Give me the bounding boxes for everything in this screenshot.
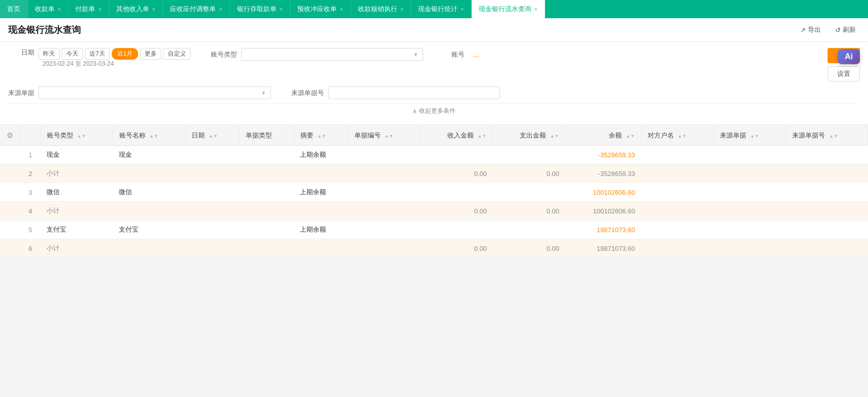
col-account-type[interactable]: 账号类型 ▲▼ bbox=[40, 126, 113, 146]
nav-prepaid-close[interactable]: × bbox=[340, 6, 343, 12]
nav-flow-query[interactable]: 现金银行流水查询 × bbox=[472, 0, 545, 18]
nav-bank-deposit[interactable]: 银行存取款单 × bbox=[230, 0, 290, 18]
table-row: 6小计0.000.0019871073.60 bbox=[0, 239, 868, 258]
nav-bank-deposit-close[interactable]: × bbox=[280, 6, 283, 12]
table-row: 1现金现金上期余额-3528659.33 bbox=[0, 146, 868, 164]
col-date[interactable]: 日期 ▲▼ bbox=[186, 126, 240, 146]
nav-adjustment-label: 应收应付调整单 bbox=[170, 5, 216, 14]
col-doc-type: 单据类型 bbox=[240, 126, 294, 146]
date-7days[interactable]: 近7天 bbox=[85, 48, 110, 60]
nav-flow-query-label: 现金银行流水查询 bbox=[479, 5, 531, 14]
table-row: 5支付宝支付宝上期余额19871073.60 bbox=[0, 220, 868, 239]
col-balance[interactable]: 余额 ▲▼ bbox=[565, 126, 641, 146]
col-source-doc-no[interactable]: 来源单据号 ▲▼ bbox=[786, 126, 868, 146]
nav-receipt-label: 收款单 bbox=[35, 5, 55, 14]
sort-balance: ▲▼ bbox=[626, 134, 635, 139]
sort-counterpart: ▲▼ bbox=[677, 134, 687, 139]
date-buttons: 昨天 今天 近7天 近1月 更多 自定义 bbox=[38, 48, 191, 60]
sort-source-doc-no: ▲▼ bbox=[829, 134, 838, 139]
date-range: 2023-02-24 至 2023-03-24 bbox=[42, 60, 191, 68]
account-no-label: 账号 bbox=[438, 50, 469, 59]
date-more[interactable]: 更多 bbox=[140, 48, 161, 60]
nav-stats-close[interactable]: × bbox=[461, 6, 464, 12]
table-header-row: ⚙ 账号类型 ▲▼ 账号名称 ▲▼ 日期 ▲▼ 单据类型 bbox=[0, 126, 868, 146]
source-doc-chevron: ▾ bbox=[262, 89, 265, 97]
nav-stats[interactable]: 现金银行统计 × bbox=[411, 0, 471, 18]
nav-home[interactable]: 首页 bbox=[0, 0, 28, 18]
col-account-name[interactable]: 账号名称 ▲▼ bbox=[113, 126, 185, 146]
data-table: ⚙ 账号类型 ▲▼ 账号名称 ▲▼ 日期 ▲▼ 单据类型 bbox=[0, 126, 868, 258]
export-label: 导出 bbox=[808, 25, 821, 34]
nav-other-income[interactable]: 其他收入单 × bbox=[109, 0, 163, 18]
source-doc-select[interactable]: ▾ bbox=[38, 86, 271, 99]
table-row: 4小计0.000.00100102606.60 bbox=[0, 202, 868, 220]
nav-payment[interactable]: 付款单 × bbox=[68, 0, 109, 18]
sort-source-doc: ▲▼ bbox=[750, 134, 759, 139]
account-no-dots[interactable]: ... bbox=[469, 48, 483, 61]
col-doc-no[interactable]: 单据编号 ▲▼ bbox=[348, 126, 420, 146]
source-doc-label: 来源单据 bbox=[8, 89, 38, 98]
export-button[interactable]: ↗ 导出 bbox=[796, 23, 825, 36]
nav-verify-label: 收款核销执行 bbox=[358, 5, 397, 14]
refresh-button[interactable]: ↺ 刷新 bbox=[831, 23, 860, 36]
top-navigation: 首页 收款单 × 付款单 × 其他收入单 × 应收应付调整单 × 银行存取款单 … bbox=[0, 0, 868, 18]
date-1month[interactable]: 近1月 bbox=[112, 48, 139, 60]
account-type-label: 账号类型 bbox=[211, 50, 241, 59]
sort-summary: ▲▼ bbox=[317, 134, 326, 139]
nav-bank-deposit-label: 银行存取款单 bbox=[237, 5, 277, 14]
source-doc-no-label: 来源单据号 bbox=[291, 89, 328, 98]
nav-flow-query-close[interactable]: × bbox=[534, 6, 537, 12]
nav-verify[interactable]: 收款核销执行 × bbox=[351, 0, 411, 18]
col-expense[interactable]: 支出金额 ▲▼ bbox=[493, 126, 565, 146]
date-today[interactable]: 今天 bbox=[62, 48, 83, 60]
col-num bbox=[20, 126, 40, 146]
nav-payment-close[interactable]: × bbox=[98, 6, 101, 12]
sort-date: ▲▼ bbox=[209, 134, 218, 139]
sort-account-type: ▲▼ bbox=[77, 134, 86, 139]
sort-account-name: ▲▼ bbox=[149, 134, 158, 139]
page-title: 现金银行流水查询 bbox=[8, 24, 81, 36]
sort-doc-no: ▲▼ bbox=[384, 134, 393, 139]
nav-other-income-close[interactable]: × bbox=[152, 6, 155, 12]
nav-receipt-close[interactable]: × bbox=[58, 6, 61, 12]
nav-adjustment[interactable]: 应收应付调整单 × bbox=[163, 0, 230, 18]
col-summary[interactable]: 摘要 ▲▼ bbox=[294, 126, 348, 146]
table-row: 3微信微信上期余额100102606.60 bbox=[0, 183, 868, 202]
account-type-chevron: ▾ bbox=[414, 51, 418, 58]
nav-receipt[interactable]: 收款单 × bbox=[28, 0, 68, 18]
header-actions: ↗ 导出 ↺ 刷新 bbox=[796, 23, 860, 36]
sort-income: ▲▼ bbox=[478, 134, 487, 139]
collapse-label: 收起更多条件 bbox=[419, 107, 455, 115]
col-counterpart[interactable]: 对方户名 ▲▼ bbox=[641, 126, 713, 146]
table-row: 2小计0.000.00-3528659.33 bbox=[0, 164, 868, 183]
date-label: 日期 bbox=[8, 48, 38, 57]
col-income[interactable]: 收入金额 ▲▼ bbox=[421, 126, 493, 146]
sort-expense: ▲▼ bbox=[550, 134, 559, 139]
date-custom[interactable]: 自定义 bbox=[163, 48, 191, 60]
account-type-select[interactable]: ▾ bbox=[241, 48, 423, 61]
filter-area: 日期 昨天 今天 近7天 近1月 更多 自定义 2023-02-24 至 202… bbox=[0, 42, 868, 125]
settings-button[interactable]: 设置 bbox=[828, 66, 860, 81]
export-icon: ↗ bbox=[800, 26, 806, 34]
refresh-label: 刷新 bbox=[843, 25, 856, 34]
nav-home-label: 首页 bbox=[7, 5, 20, 14]
table-body: 1现金现金上期余额-3528659.332小计0.000.00-3528659.… bbox=[0, 146, 868, 258]
table-container: ⚙ 账号类型 ▲▼ 账号名称 ▲▼ 日期 ▲▼ 单据类型 bbox=[0, 126, 868, 258]
column-settings-icon[interactable]: ⚙ bbox=[7, 131, 13, 140]
source-doc-no-input[interactable] bbox=[328, 86, 500, 99]
date-yesterday[interactable]: 昨天 bbox=[38, 48, 60, 60]
nav-verify-close[interactable]: × bbox=[400, 6, 403, 12]
nav-adjustment-close[interactable]: × bbox=[219, 6, 222, 12]
nav-prepaid[interactable]: 预收冲应收单 × bbox=[290, 0, 350, 18]
ai-badge[interactable]: Ai bbox=[838, 49, 860, 64]
page-header: 现金银行流水查询 ↗ 导出 ↺ 刷新 bbox=[0, 18, 868, 42]
nav-payment-label: 付款单 bbox=[75, 5, 95, 14]
col-source-doc[interactable]: 来源单据 ▲▼ bbox=[714, 126, 786, 146]
nav-prepaid-label: 预收冲应收单 bbox=[297, 5, 337, 14]
refresh-icon: ↺ bbox=[835, 26, 841, 34]
collapse-arrow-icon: ∧ bbox=[413, 108, 417, 115]
col-gear: ⚙ bbox=[0, 126, 20, 146]
nav-stats-label: 现金银行统计 bbox=[418, 5, 458, 14]
nav-other-income-label: 其他收入单 bbox=[116, 5, 149, 14]
collapse-bar[interactable]: ∧ 收起更多条件 bbox=[8, 103, 860, 118]
